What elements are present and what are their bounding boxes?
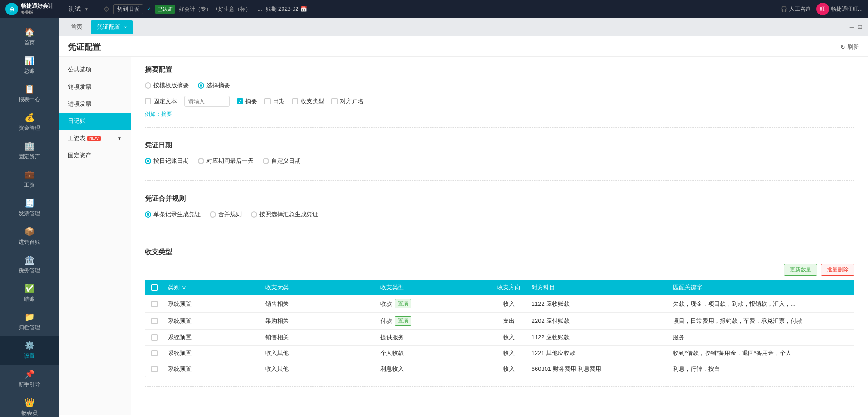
left-nav-purchase-invoice[interactable]: 进项发票 xyxy=(59,95,131,113)
header-check[interactable] xyxy=(145,280,163,295)
header-account: 对方科目 xyxy=(527,280,668,295)
row3-check[interactable] xyxy=(145,330,163,345)
tab-bar: 首页 凭证配置 × ─ ⊡ xyxy=(59,18,868,36)
tab-voucher-config[interactable]: 凭证配置 × xyxy=(91,20,133,34)
sidebar-item-home[interactable]: 🏠 首页 xyxy=(0,23,59,51)
row5-bigtype: 收入其他 xyxy=(261,361,376,377)
sidebar-label-ledger: 总账 xyxy=(24,67,35,75)
nav-chevron[interactable]: ▼ xyxy=(84,7,89,12)
delete-btn[interactable]: 批量删除 xyxy=(821,264,854,276)
radio-template[interactable]: 按模板版摘要 xyxy=(145,81,189,90)
row5-check[interactable] xyxy=(145,361,163,377)
sidebar-label-close: 结账 xyxy=(24,295,35,303)
logo-icon: 会 xyxy=(5,3,18,15)
radio-last-day-circle xyxy=(198,158,204,164)
sidebar-item-reports[interactable]: 📋 报表中心 xyxy=(0,80,59,108)
sidebar-item-salary[interactable]: 💼 工资 xyxy=(0,165,59,194)
radio-aggregate[interactable]: 按照选择汇总生成凭证 xyxy=(251,210,318,218)
checkbox-fixed-text-box xyxy=(145,98,151,104)
checkbox-counterpart[interactable]: 对方户名 xyxy=(331,97,364,105)
nav-item[interactable]: 测试 xyxy=(69,5,81,13)
inventory-icon: 📦 xyxy=(24,227,34,237)
row5-type: 利息收入 xyxy=(376,361,491,377)
sidebar-item-tax[interactable]: 🏦 税务管理 xyxy=(0,251,59,279)
row4-direction: 收入 xyxy=(491,346,527,361)
row2-check[interactable] xyxy=(145,313,163,329)
guide-icon: 📌 xyxy=(24,369,34,379)
radio-last-day[interactable]: 对应期间最后一天 xyxy=(198,157,254,165)
radio-select[interactable]: 选择摘要 xyxy=(198,81,230,90)
two-col-layout: 公共选项 销项发票 进项发票 日记账 工资表 NEW ▼ xyxy=(59,57,868,415)
header-checkbox[interactable] xyxy=(151,284,158,291)
left-nav-public[interactable]: 公共选项 xyxy=(59,61,131,78)
consult-btn[interactable]: 🎧 人工咨询 xyxy=(781,5,811,13)
date-checkbox-label: 日期 xyxy=(273,97,285,105)
row5-checkbox[interactable] xyxy=(151,366,158,372)
date-radio-group: 按日记账日期 对应期间最后一天 自定义日期 xyxy=(145,157,854,165)
row2-checkbox[interactable] xyxy=(151,318,158,324)
settings-btn[interactable]: ⚙ xyxy=(103,5,110,14)
update-btn[interactable]: 更新数量 xyxy=(784,264,817,276)
sidebar-item-inventory[interactable]: 📦 进销台账 xyxy=(0,222,59,251)
row2-keyword: 项目，日常费用，报销款，车费，承兑汇票，付款 xyxy=(668,313,854,329)
left-nav-salary[interactable]: 工资表 NEW ▼ xyxy=(59,130,131,147)
row1-category: 系统预置 xyxy=(163,295,261,312)
sidebar-item-ledger[interactable]: 📊 总账 xyxy=(0,51,59,80)
checkbox-payment-type-box xyxy=(292,98,298,104)
refresh-btn[interactable]: ↻ 刷新 xyxy=(840,43,859,51)
row4-type: 个人收款 xyxy=(376,346,491,361)
add-btn[interactable]: ＋ xyxy=(92,5,100,14)
sidebar-item-assets[interactable]: 🏢 固定资产 xyxy=(0,137,59,165)
radio-template-label: 按模板版摘要 xyxy=(153,81,189,90)
sidebar-item-archive[interactable]: 📁 归档管理 xyxy=(0,308,59,336)
minimize-btn[interactable]: ─ xyxy=(850,24,854,30)
status-tag: 已认证 xyxy=(155,5,175,14)
user-area[interactable]: 旺 畅捷通旺旺... xyxy=(816,3,863,15)
invoice-icon: 🧾 xyxy=(24,198,34,208)
right-content: 摘要配置 按模板版摘要 选择摘要 xyxy=(131,57,868,415)
table-row: 系统预置 收入其他 个人收款 收入 1221 其他应收款 收到*借款，收到*备用… xyxy=(145,346,854,361)
payment-table: 类别 ∨ 收支大类 收支类型 收支方向 xyxy=(145,280,854,377)
row1-checkbox[interactable] xyxy=(151,301,158,307)
fixed-text-input[interactable] xyxy=(184,96,230,107)
switch-version-btn[interactable]: 切到旧版 xyxy=(113,4,143,14)
radio-by-diary[interactable]: 按日记账日期 xyxy=(145,157,189,165)
header-type: 收支类型 xyxy=(376,280,491,295)
radio-single[interactable]: 单条记录生成凭证 xyxy=(145,210,201,218)
page-header: 凭证配置 ↻ 刷新 xyxy=(59,36,868,57)
sidebar-label-invoice: 发票管理 xyxy=(19,210,40,218)
maximize-btn[interactable]: ⊡ xyxy=(858,24,863,30)
sidebar-item-member[interactable]: 👑 畅会员 xyxy=(0,393,59,417)
calendar-icon[interactable]: 📅 xyxy=(300,6,307,12)
left-nav-fixed-assets[interactable]: 固定资产 xyxy=(59,147,131,164)
tab-close-btn[interactable]: × xyxy=(124,24,127,30)
merge-title: 凭证合并规则 xyxy=(145,194,854,203)
radio-custom-date[interactable]: 自定义日期 xyxy=(263,157,301,165)
table-row: 系统预置 销售相关 提供服务 收入 1122 应收账款 服务 xyxy=(145,330,854,346)
row1-top-tag: 置顶 xyxy=(395,299,411,308)
sidebar-item-invoice[interactable]: 🧾 发票管理 xyxy=(0,194,59,222)
tag2: +好生意（标） xyxy=(215,5,251,13)
checkbox-date[interactable]: 日期 xyxy=(264,97,285,105)
left-nav-diary[interactable]: 日记账 xyxy=(59,113,131,130)
row3-checkbox[interactable] xyxy=(151,334,158,341)
checkbox-fixed-text[interactable]: 固定文本 xyxy=(145,97,177,105)
counterpart-label: 对方户名 xyxy=(340,97,364,105)
radio-merge[interactable]: 合并规则 xyxy=(210,210,242,218)
row1-check[interactable] xyxy=(145,295,163,312)
checkbox-summary[interactable]: ✓ 摘要 xyxy=(237,97,257,105)
row4-check[interactable] xyxy=(145,346,163,361)
left-nav-sales-invoice[interactable]: 销项发票 xyxy=(59,78,131,95)
row4-checkbox[interactable] xyxy=(151,350,158,356)
tab-home[interactable]: 首页 xyxy=(64,20,89,34)
sidebar-item-close[interactable]: ✅ 结账 xyxy=(0,279,59,308)
checkbox-payment-type[interactable]: 收支类型 xyxy=(292,97,324,105)
payment-type-label: 收支类型 xyxy=(301,97,324,105)
period-value[interactable]: 2023-02 xyxy=(278,6,298,12)
row4-category: 系统预置 xyxy=(163,346,261,361)
main-content: 首页 凭证配置 × ─ ⊡ 凭证配置 ↻ 刷新 公共选项 xyxy=(59,18,868,417)
sidebar-item-settings[interactable]: ⚙️ 设置 xyxy=(0,336,59,365)
row3-keyword: 服务 xyxy=(668,330,854,345)
sidebar-item-guide[interactable]: 📌 新手引导 xyxy=(0,365,59,393)
sidebar-item-funds[interactable]: 💰 资金管理 xyxy=(0,108,59,137)
